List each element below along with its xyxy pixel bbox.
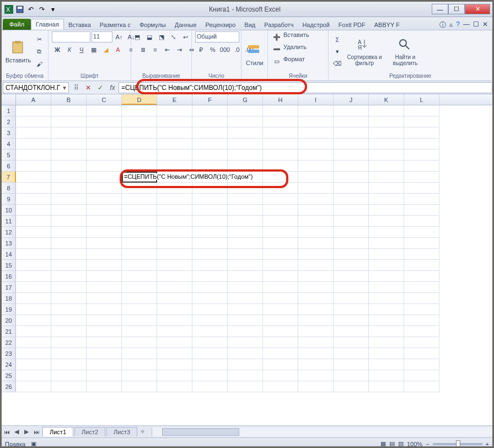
cell[interactable]: [404, 370, 439, 381]
cell[interactable]: [369, 260, 404, 271]
fx-icon[interactable]: fx: [106, 82, 119, 93]
delete-cells-label[interactable]: Удалить: [283, 44, 307, 55]
cell[interactable]: [263, 359, 298, 370]
cell[interactable]: [369, 359, 404, 370]
cell[interactable]: [192, 127, 228, 138]
cell[interactable]: [157, 116, 192, 127]
cell[interactable]: [87, 348, 122, 359]
cell[interactable]: [263, 216, 298, 227]
cell[interactable]: [192, 205, 228, 216]
increase-font-icon[interactable]: A↑: [114, 31, 125, 42]
cell[interactable]: [87, 315, 122, 326]
cell[interactable]: [51, 315, 87, 326]
cell[interactable]: [16, 282, 51, 293]
minimize-button[interactable]: —: [432, 4, 448, 14]
align-right-icon[interactable]: ≡: [150, 44, 161, 55]
cell[interactable]: [16, 183, 51, 194]
cell[interactable]: [16, 337, 51, 348]
decrease-indent-icon[interactable]: ⇤: [162, 44, 173, 55]
hscroll-thumb[interactable]: [162, 428, 239, 436]
cell[interactable]: [51, 105, 87, 116]
cell[interactable]: [192, 105, 228, 116]
cell[interactable]: [87, 216, 122, 227]
cell[interactable]: [16, 238, 51, 249]
cell[interactable]: [263, 249, 298, 260]
cut-icon[interactable]: ✂: [34, 34, 45, 45]
cell[interactable]: [87, 293, 122, 304]
cell[interactable]: [122, 348, 157, 359]
cell[interactable]: [298, 172, 334, 183]
cell[interactable]: [192, 293, 228, 304]
row-header-19[interactable]: 19: [2, 304, 16, 315]
cell[interactable]: [122, 216, 157, 227]
cell[interactable]: [16, 116, 51, 127]
cell[interactable]: [51, 337, 87, 348]
cell[interactable]: [369, 183, 404, 194]
cell[interactable]: [192, 216, 228, 227]
cell[interactable]: [263, 150, 298, 161]
align-middle-icon[interactable]: ⬓: [144, 31, 155, 42]
cell[interactable]: [157, 370, 192, 381]
cell[interactable]: [369, 304, 404, 315]
cell[interactable]: [369, 238, 404, 249]
cell[interactable]: [228, 238, 263, 249]
cell[interactable]: [404, 183, 439, 194]
row-header-18[interactable]: 18: [2, 293, 16, 304]
cell[interactable]: [16, 138, 51, 150]
cell[interactable]: [298, 370, 334, 381]
row-header-20[interactable]: 20: [2, 315, 16, 326]
cell[interactable]: [157, 337, 192, 348]
namebox-expand-icon[interactable]: ⠿: [70, 82, 82, 93]
cell[interactable]: [334, 359, 369, 370]
delete-cells-icon[interactable]: ➖: [271, 44, 282, 55]
cell[interactable]: [369, 227, 404, 238]
column-header-B[interactable]: B: [51, 94, 87, 105]
format-cells-label[interactable]: Формат: [283, 56, 305, 67]
cell[interactable]: [16, 249, 51, 260]
row-header-9[interactable]: 9: [2, 194, 16, 205]
cell[interactable]: [157, 315, 192, 326]
align-left-icon[interactable]: ≡: [126, 44, 137, 55]
cell[interactable]: [157, 105, 192, 116]
minimize-ribbon-icon[interactable]: ▵: [449, 20, 453, 30]
cell[interactable]: [157, 348, 192, 359]
cell[interactable]: [263, 105, 298, 116]
fill-icon[interactable]: ▾: [332, 46, 343, 57]
cell[interactable]: [298, 216, 334, 227]
cell[interactable]: [122, 304, 157, 315]
cell[interactable]: [122, 293, 157, 304]
row-header-12[interactable]: 12: [2, 227, 16, 238]
cell[interactable]: [122, 238, 157, 249]
cell[interactable]: [228, 370, 263, 381]
cell[interactable]: [298, 238, 334, 249]
row-header-7[interactable]: 7: [2, 172, 16, 183]
cell[interactable]: [16, 304, 51, 315]
cell[interactable]: [404, 359, 439, 370]
italic-icon[interactable]: К: [64, 44, 75, 55]
cell[interactable]: [157, 249, 192, 260]
cell[interactable]: [334, 105, 369, 116]
cell[interactable]: [298, 127, 334, 138]
sheet-nav-first-icon[interactable]: ⏮: [2, 427, 12, 437]
row-header-24[interactable]: 24: [2, 359, 16, 370]
view-normal-icon[interactable]: ▦: [380, 440, 386, 447]
cell[interactable]: [87, 271, 122, 282]
undo-icon[interactable]: ↶: [26, 4, 36, 14]
row-header-4[interactable]: 4: [2, 138, 16, 150]
tab-foxit[interactable]: Foxit PDF: [334, 20, 370, 30]
cell[interactable]: [334, 293, 369, 304]
cell[interactable]: [263, 205, 298, 216]
cell[interactable]: [334, 161, 369, 172]
cell[interactable]: [263, 116, 298, 127]
cell[interactable]: [404, 337, 439, 348]
paste-button[interactable]: Вставить: [5, 39, 31, 65]
cell[interactable]: [157, 304, 192, 315]
styles-button[interactable]: Стили: [245, 42, 265, 67]
cell[interactable]: [16, 359, 51, 370]
tab-home[interactable]: Главная: [31, 19, 64, 30]
cell[interactable]: [334, 194, 369, 205]
row-header-14[interactable]: 14: [2, 249, 16, 260]
row-header-15[interactable]: 15: [2, 260, 16, 271]
align-center-icon[interactable]: ≣: [138, 44, 149, 55]
cell[interactable]: [51, 127, 87, 138]
